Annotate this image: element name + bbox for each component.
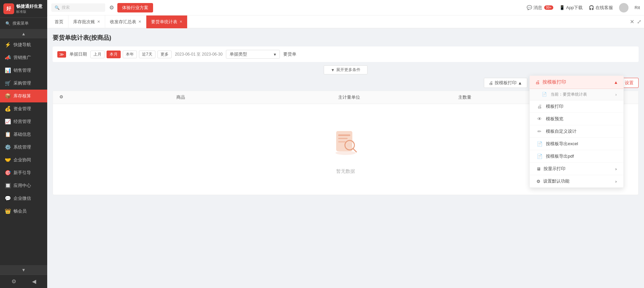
filter-expand-icon[interactable]: ≫ [57,51,66,58]
app-logo-text: 畅捷通好生意 标准版 [16,4,42,14]
avatar[interactable] [619,3,628,12]
header: 🔍 搜索 ⚙ 体验行业方案 💬 消息 99+ 📱 App下载 🎧 在线客服 Ri… [47,0,644,15]
purchase-icon: 🛒 [5,80,11,86]
message-icon: 💬 [527,5,532,10]
sidebar-label-sales: 销售管理 [13,67,31,73]
sidebar-item-sales[interactable]: 📊 销售管理 [0,64,47,77]
sidebar-item-inventory[interactable]: 📦 库存核算 [0,90,47,102]
date-btn-本年[interactable]: 本年 [123,51,137,58]
sidebar-item-collab[interactable]: 🤝 企业协同 [0,154,47,166]
sidebar-item-newguide[interactable]: 🎯 新手引导 [0,166,47,179]
tab-label-order-stats: 要货单统计表 [151,19,177,25]
sidebar-item-basic[interactable]: 📋 基础信息 [0,128,47,141]
th-unit: 主计量单位 [292,91,407,104]
headset-icon: 🎧 [589,5,594,10]
chevron-right-icon: › [615,92,617,97]
sidebar-search[interactable]: 🔍 搜索菜单 [0,18,47,29]
sidebar-label-system: 系统管理 [13,144,31,150]
window-close-btn[interactable]: ✕ [630,19,634,25]
operations-icon: 📈 [5,119,11,125]
template-excel-icon: 📄 [536,141,543,147]
dropdown-item-template-excel[interactable]: 📄 按模板导出excel [530,138,623,150]
th-product-label: 商品 [176,95,185,100]
chevron-down-icon: ▾ [274,52,276,57]
th-quantity-label: 主数量 [458,95,471,100]
dropdown-item-template-print[interactable]: 🖨 模板打印 [530,100,623,113]
appcenter-icon: 🔲 [5,183,11,189]
sidebar-label-finance: 资金管理 [13,106,31,112]
th-product: 商品 [70,91,292,104]
sidebar-item-member[interactable]: 👑 畅会员 [0,205,47,218]
tab-close-receipt-summary[interactable]: ✕ [138,20,141,24]
tab-home[interactable]: 首页 [50,15,68,28]
current-template-label: 当前：要货单统计表 [551,92,587,97]
type-select[interactable]: 单据类型 ▾ [226,50,280,59]
template-print-label: 模板打印 [546,103,563,109]
dropdown-item-template-design[interactable]: ✏ 模板自定义设计 [530,125,623,138]
sidebar-scroll-up[interactable]: ▲ [0,29,47,38]
tab-receipt-summary[interactable]: 收发存汇总表✕ [105,15,146,28]
sidebar-label-quick-nav: 快捷导航 [13,42,31,48]
sidebar-settings-btn[interactable]: ⚙ [11,278,16,285]
sidebar-label-operations: 经营管理 [13,119,31,125]
app-download-btn[interactable]: 📱 App下载 [559,5,583,11]
sidebar-item-finance[interactable]: 💰 资金管理 [0,102,47,115]
sidebar-item-wechat[interactable]: 💬 企业微信 [0,192,47,205]
header-gear-icon[interactable]: ⚙ [109,4,114,11]
online-service-label: 在线客服 [595,5,613,11]
online-service-btn[interactable]: 🎧 在线客服 [589,5,613,11]
dropdown-header[interactable]: 🖨 按模板打印 ▲ [530,76,623,89]
sidebar-item-purchase[interactable]: 🛒 采购管理 [0,77,47,90]
date-btn-近7天[interactable]: 近7天 [139,51,155,58]
sidebar-item-operations[interactable]: 📈 经营管理 [0,115,47,128]
sidebar-scroll-down[interactable]: ▼ [0,265,47,275]
svg-rect-3 [338,138,348,139]
tabs-bar: 首页库存批次账✕收发存汇总表✕要货单统计表✕ ✕ ⤢ [47,15,644,28]
date-btn-上月[interactable]: 上月 [90,51,105,58]
sidebar: 好 畅捷通好生意 标准版 🔍 搜索菜单 ▲ ⚡ 快捷导航 📣 营销推广 📊 销售… [0,0,47,288]
page-title: 要货单统计表(按商品) [53,34,639,42]
expand-conditions-btn[interactable]: ▼ 展开更多条件 [324,65,368,74]
empty-text: 暂无数据 [336,168,355,174]
dropdown-item-template-preview[interactable]: 👁 模板预览 [530,113,623,125]
sidebar-item-marketing[interactable]: 📣 营销推广 [0,51,47,64]
sidebar-label-inventory: 库存核算 [13,93,31,99]
template-excel-label: 按模板导出excel [546,141,578,147]
tab-close-inventory-batch[interactable]: ✕ [97,20,100,24]
sidebar-item-quick-nav[interactable]: ⚡ 快捷导航 [0,38,47,51]
dropdown-default-func[interactable]: ⚙ 设置默认功能 › [530,175,623,188]
header-search[interactable]: 🔍 搜索 [51,3,105,12]
sidebar-item-system[interactable]: ⚙️ 系统管理 [0,141,47,154]
tab-inventory-batch[interactable]: 库存批次账✕ [68,15,105,28]
template-pdf-label: 按模板导出pdf [546,153,574,159]
print-template-btn[interactable]: 🖨 按模板打印 ▲ [484,78,527,88]
empty-icon [329,124,362,164]
dropdown-current-item[interactable]: 📄 当前：要货单统计表 › [530,89,623,100]
date-btn-更多[interactable]: 更多 [157,51,172,58]
username: Rit [635,5,640,10]
wechat-icon: 💬 [5,195,11,201]
tab-order-stats[interactable]: 要货单统计表✕ [146,15,187,28]
messages-btn[interactable]: 💬 消息 99+ [527,5,553,11]
sidebar-logo: 好 畅捷通好生意 标准版 [0,0,47,18]
sidebar-collapse-btn[interactable]: ◀ [32,278,36,285]
default-func-icon: ⚙ [536,179,540,184]
finance-icon: 💰 [5,106,11,112]
dropdown-current-label: 📄 当前：要货单统计表 [542,92,587,97]
th-unit-label: 主计量单位 [338,95,360,100]
tab-close-order-stats[interactable]: ✕ [179,20,182,24]
dropdown-display-print[interactable]: 🖥 按显示打印 › [530,163,623,175]
template-print-icon: 🖨 [536,104,543,109]
sales-icon: 📊 [5,67,11,73]
content-area: 要货单统计表(按商品) ≫ 单据日期 上月本月本年近7天更多 2023-06-0… [47,28,644,288]
window-expand-btn[interactable]: ⤢ [637,19,641,25]
sidebar-item-appcenter[interactable]: 🔲 应用中心 [0,179,47,192]
messages-label: 消息 [533,5,542,11]
print-template-label: 按模板打印 [495,80,517,86]
th-settings[interactable]: ⚙ [53,91,70,104]
app-download-label: App下载 [566,5,583,11]
trial-button[interactable]: 体验行业方案 [117,3,153,12]
dropdown-item-template-pdf[interactable]: 📄 按模板导出pdf [530,150,623,163]
phone-icon: 📱 [559,5,565,10]
date-btn-本月[interactable]: 本月 [107,51,121,58]
